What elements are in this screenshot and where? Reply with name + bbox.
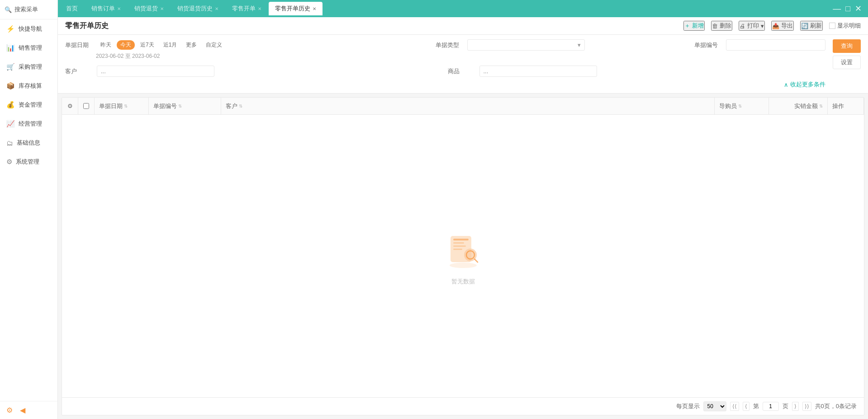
close-btn[interactable]: ✕ — [855, 4, 862, 14]
last-page-btn[interactable]: ⟩⟩ — [802, 402, 811, 411]
tab-bar: 首页销售订单✕销货退货✕销货退货历史✕零售开单✕零售开单历史✕ — □ ✕ — [58, 0, 868, 17]
close-tab-retail-open-history-icon[interactable]: ✕ — [313, 6, 316, 11]
collapse-label: 收起更多条件 — [790, 80, 825, 89]
collapse-sidebar-icon[interactable]: ◀ — [20, 406, 25, 414]
settings-footer-icon[interactable]: ⚙ — [6, 406, 13, 414]
th-amount-sort-icon: ⇅ — [819, 104, 823, 108]
query-group: 查询 设置 — [833, 39, 861, 69]
page-title: 零售开单历史 — [65, 21, 109, 31]
close-tab-sales-order-icon[interactable]: ✕ — [117, 6, 121, 11]
client-input[interactable] — [97, 66, 214, 77]
date-quick-btns: 昨天 今天 近7天 近1月 更多 自定义 — [97, 40, 226, 50]
tab-home[interactable]: 首页 — [60, 2, 84, 15]
prev-page-btn[interactable]: ⟨ — [743, 402, 749, 411]
refresh-button[interactable]: 🔄 刷新 — [800, 21, 823, 31]
tab-sales-order[interactable]: 销售订单✕ — [85, 2, 127, 15]
tab-sales-return-history[interactable]: 销货退货历史✕ — [171, 2, 225, 15]
sidebar-label-finance: 资金管理 — [19, 101, 42, 109]
sidebar-item-finance[interactable]: 💰资金管理 — [0, 95, 57, 114]
order-type-select[interactable]: ▾ — [467, 39, 585, 51]
th-no-sort-icon: ⇅ — [178, 104, 182, 108]
last7-btn[interactable]: 近7天 — [137, 40, 158, 50]
svg-line-8 — [474, 259, 478, 262]
total-label: 共0页，0条记录 — [815, 402, 857, 410]
th-no[interactable]: 单据编号 ⇅ — [149, 98, 221, 114]
search-icon: 🔍 — [5, 6, 12, 13]
filter-area: 单据日期 昨天 今天 近7天 近1月 更多 自定义 单据类型 — [58, 35, 868, 94]
new-button[interactable]: ＋ 新增 — [683, 21, 705, 31]
sidebar-nav: ⚡快捷导航📊销售管理🛒采购管理📦库存核算💰资金管理📈经营管理🗂基础信息⚙系统管理 — [0, 19, 57, 401]
sidebar-item-operation[interactable]: 📈经营管理 — [0, 114, 57, 133]
goods-input[interactable] — [479, 66, 597, 77]
sidebar-label-sys-mgmt: 系统管理 — [16, 158, 39, 166]
toolbar-actions: ＋ 新增 🗑 删除 🖨 打印 ▾ 📤 导出 🔄 — [683, 21, 861, 31]
sidebar-item-sys-mgmt[interactable]: ⚙系统管理 — [0, 152, 57, 171]
th-client[interactable]: 客户 ⇅ — [221, 98, 715, 114]
next-page-btn[interactable]: ⟩ — [792, 402, 799, 411]
goods-label: 商品 — [448, 67, 475, 75]
minimize-btn[interactable]: — — [833, 4, 841, 14]
print-icon: 🖨 — [740, 23, 745, 29]
sidebar-item-base-info[interactable]: 🗂基础信息 — [0, 133, 57, 152]
tab-label-retail-open: 零售开单 — [232, 5, 256, 13]
tab-sales-return[interactable]: 销货退货✕ — [128, 2, 170, 15]
last-month-btn[interactable]: 近1月 — [160, 40, 181, 50]
tab-label-sales-order: 销售订单 — [91, 5, 115, 13]
main-area: 首页销售订单✕销货退货✕销货退货历史✕零售开单✕零售开单历史✕ — □ ✕ 零售… — [58, 0, 868, 419]
collapse-chevron-icon: ∧ — [784, 81, 788, 88]
sidebar-icon-operation: 📈 — [6, 120, 15, 128]
show-detail-toggle[interactable]: 显示明细 — [829, 22, 861, 30]
page-size-select[interactable]: 50 20 100 — [703, 401, 726, 411]
today-btn[interactable]: 今天 — [117, 40, 135, 50]
query-button[interactable]: 查询 — [833, 39, 861, 53]
close-tab-retail-open-icon[interactable]: ✕ — [258, 6, 261, 11]
filter-fields: 单据日期 昨天 今天 近7天 近1月 更多 自定义 单据类型 — [65, 39, 825, 89]
select-all-checkbox[interactable] — [83, 103, 89, 109]
tab-retail-open-history[interactable]: 零售开单历史✕ — [269, 2, 323, 15]
svg-rect-3 — [453, 242, 464, 244]
sidebar-icon-base-info: 🗂 — [6, 139, 13, 147]
th-settings[interactable]: ⚙ — [62, 98, 78, 114]
close-tab-sales-return-icon[interactable]: ✕ — [160, 6, 164, 11]
collapse-row: ∧ 收起更多条件 — [65, 80, 825, 89]
sidebar-label-purchase-mgmt: 采购管理 — [19, 63, 42, 71]
sidebar-item-inventory[interactable]: 📦库存核算 — [0, 76, 57, 95]
filter-main-row: 单据日期 昨天 今天 近7天 近1月 更多 自定义 单据类型 — [65, 39, 861, 89]
sidebar-search[interactable]: 🔍 搜索采单 — [0, 0, 57, 19]
delete-icon: 🗑 — [712, 23, 718, 29]
sidebar-icon-sys-mgmt: ⚙ — [6, 158, 12, 166]
sidebar-item-purchase-mgmt[interactable]: 🛒采购管理 — [0, 57, 57, 76]
th-amount-label: 实销金额 — [794, 102, 818, 110]
print-button[interactable]: 🖨 打印 ▾ — [739, 21, 765, 31]
tab-retail-open[interactable]: 零售开单✕ — [226, 2, 268, 15]
new-label: 新增 — [692, 22, 704, 30]
maximize-btn[interactable]: □ — [845, 4, 850, 14]
show-detail-checkbox[interactable] — [829, 23, 835, 29]
more-btn[interactable]: 更多 — [182, 40, 200, 50]
svg-rect-4 — [453, 245, 466, 247]
th-amount[interactable]: 实销金额 ⇅ — [769, 98, 828, 114]
export-label: 导出 — [781, 22, 793, 30]
refresh-icon: 🔄 — [801, 23, 808, 29]
order-no-label: 单据编号 — [694, 41, 721, 49]
first-page-btn[interactable]: ⟨⟨ — [730, 402, 739, 411]
yesterday-btn[interactable]: 昨天 — [97, 40, 115, 50]
close-tab-sales-return-history-icon[interactable]: ✕ — [215, 6, 218, 11]
sidebar-item-sales-mgmt[interactable]: 📊销售管理 — [0, 38, 57, 57]
th-client-label: 客户 — [226, 102, 237, 110]
th-guide[interactable]: 导购员 ⇅ — [715, 98, 769, 114]
th-date[interactable]: 单据日期 ⇅ — [95, 98, 149, 114]
date-range-display: 2023-06-02 至 2023-06-02 — [96, 52, 160, 60]
export-button[interactable]: 📤 导出 — [771, 21, 794, 31]
page-number-input[interactable] — [763, 402, 779, 411]
print-dropdown-icon: ▾ — [761, 23, 764, 29]
delete-button[interactable]: 🗑 删除 — [711, 21, 732, 31]
sidebar-item-quick-nav[interactable]: ⚡快捷导航 — [0, 19, 57, 38]
collapse-btn[interactable]: ∧ 收起更多条件 — [784, 80, 825, 89]
sidebar-icon-inventory: 📦 — [6, 82, 15, 90]
sidebar-label-base-info: 基础信息 — [17, 139, 40, 147]
th-checkbox[interactable] — [78, 98, 95, 114]
filter-settings-button[interactable]: 设置 — [833, 56, 861, 69]
custom-btn[interactable]: 自定义 — [202, 40, 226, 50]
order-no-input[interactable] — [726, 39, 825, 51]
